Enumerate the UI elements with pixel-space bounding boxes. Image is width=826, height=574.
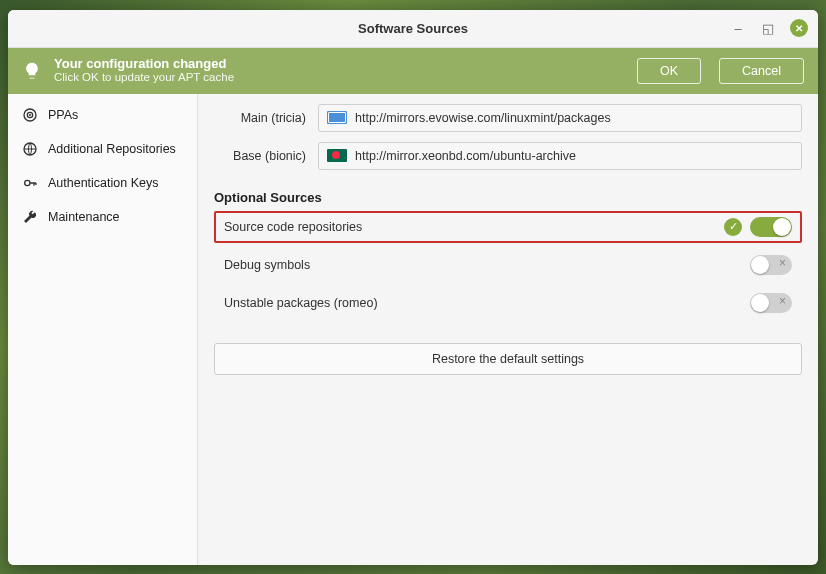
notice-text: Your configuration changed Click OK to u… — [54, 56, 625, 85]
debug-symbols-label: Debug symbols — [224, 258, 750, 272]
wrench-icon — [22, 209, 38, 225]
cancel-button[interactable]: Cancel — [719, 58, 804, 84]
flag-icon — [327, 111, 347, 124]
key-icon — [22, 175, 38, 191]
main-mirror-row: Main (tricia) http://mirrors.evowise.com… — [214, 104, 802, 132]
source-code-repositories-row: Source code repositories ✓ — [214, 211, 802, 243]
main-panel: Main (tricia) http://mirrors.evowise.com… — [198, 94, 818, 565]
window-body: PPAs Additional Repositories Authenticat… — [8, 94, 818, 565]
sidebar-item-label: Maintenance — [48, 210, 120, 224]
unstable-packages-label: Unstable packages (romeo) — [224, 296, 750, 310]
base-mirror-label: Base (bionic) — [214, 149, 306, 163]
main-mirror-field[interactable]: http://mirrors.evowise.com/linuxmint/pac… — [318, 104, 802, 132]
window-title: Software Sources — [358, 21, 468, 36]
main-mirror-label: Main (tricia) — [214, 111, 306, 125]
debug-symbols-row: Debug symbols — [214, 249, 802, 281]
base-mirror-field[interactable]: http://mirror.xeonbd.com/ubuntu-archive — [318, 142, 802, 170]
window-controls: – ◱ ✕ — [730, 19, 808, 37]
target-icon — [22, 107, 38, 123]
svg-point-2 — [29, 114, 31, 116]
base-mirror-url: http://mirror.xeonbd.com/ubuntu-archive — [355, 149, 576, 163]
notice-subtitle: Click OK to update your APT cache — [54, 71, 625, 85]
ok-button[interactable]: OK — [637, 58, 701, 84]
main-mirror-url: http://mirrors.evowise.com/linuxmint/pac… — [355, 111, 611, 125]
sidebar-item-ppas[interactable]: PPAs — [8, 98, 197, 132]
base-mirror-row: Base (bionic) http://mirror.xeonbd.com/u… — [214, 142, 802, 170]
close-icon[interactable]: ✕ — [790, 19, 808, 37]
source-code-repositories-label: Source code repositories — [224, 220, 724, 234]
notice-bar: Your configuration changed Click OK to u… — [8, 48, 818, 94]
source-code-toggle[interactable] — [750, 217, 792, 237]
sidebar-item-maintenance[interactable]: Maintenance — [8, 200, 197, 234]
debug-symbols-toggle[interactable] — [750, 255, 792, 275]
unstable-packages-row: Unstable packages (romeo) — [214, 287, 802, 319]
lightbulb-icon — [22, 60, 42, 82]
titlebar: Software Sources – ◱ ✕ — [8, 10, 818, 48]
check-icon: ✓ — [724, 218, 742, 236]
svg-point-4 — [25, 180, 30, 185]
optional-sources-title: Optional Sources — [214, 190, 802, 205]
sidebar-item-additional-repositories[interactable]: Additional Repositories — [8, 132, 197, 166]
flag-icon — [327, 149, 347, 162]
restore-defaults-button[interactable]: Restore the default settings — [214, 343, 802, 375]
sidebar-item-label: Authentication Keys — [48, 176, 159, 190]
sidebar: PPAs Additional Repositories Authenticat… — [8, 94, 198, 565]
notice-title: Your configuration changed — [54, 56, 625, 72]
sidebar-item-label: PPAs — [48, 108, 78, 122]
maximize-icon[interactable]: ◱ — [760, 20, 776, 36]
sidebar-item-authentication-keys[interactable]: Authentication Keys — [8, 166, 197, 200]
sidebar-item-label: Additional Repositories — [48, 142, 176, 156]
minimize-icon[interactable]: – — [730, 20, 746, 36]
window: Software Sources – ◱ ✕ Your configuratio… — [8, 10, 818, 565]
globe-icon — [22, 141, 38, 157]
unstable-packages-toggle[interactable] — [750, 293, 792, 313]
